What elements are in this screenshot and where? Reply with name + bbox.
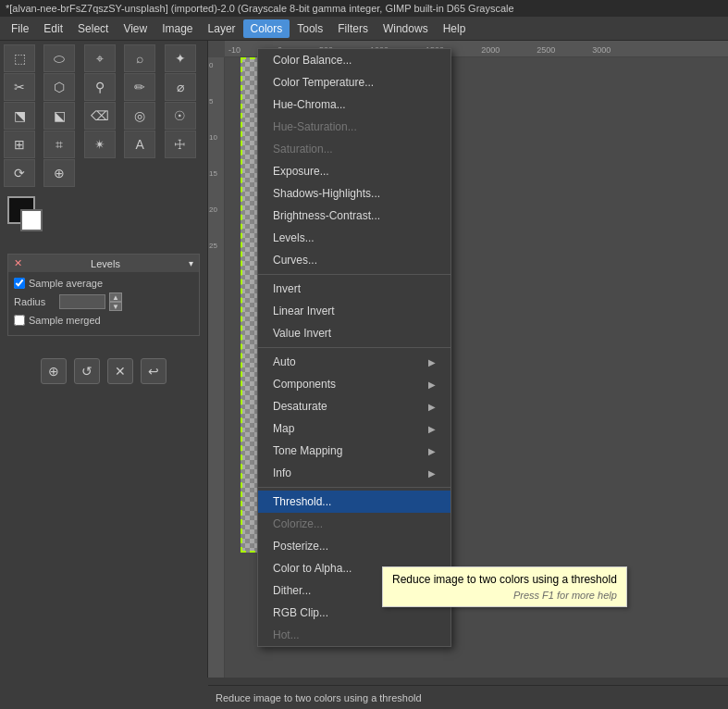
tool-new-button[interactable]: ⊕ [41, 358, 67, 384]
menu-info[interactable]: Info ▶ [258, 462, 450, 484]
menu-edit[interactable]: Edit [36, 19, 70, 38]
menu-desaturate[interactable]: Desaturate ▶ [258, 395, 450, 417]
levels-close-icon[interactable]: ✕ [14, 257, 22, 269]
components-submenu-arrow: ▶ [428, 379, 436, 390]
tool-fuzzy-select[interactable]: ⌕ [124, 44, 155, 72]
menu-linear-invert[interactable]: Linear Invert [258, 300, 450, 322]
levels-arrow-icon[interactable]: ▾ [189, 258, 193, 268]
menu-colors[interactable]: Colors [243, 19, 290, 38]
tool-erase[interactable]: ⌀ [165, 73, 196, 101]
radius-stepper: ▲ ▼ [109, 292, 122, 311]
ruler-h-label-2500: 2500 [537, 45, 555, 55]
tool-select-by-color[interactable]: ✦ [165, 44, 196, 72]
menu-image[interactable]: Image [154, 19, 200, 38]
tool-foreground-select[interactable]: ⬡ [43, 73, 75, 101]
separator-1 [258, 274, 450, 275]
menu-help[interactable]: Help [436, 19, 474, 38]
tool-bottom-buttons: ⊕ ↺ ✕ ↩ [0, 353, 207, 390]
menu-exposure[interactable]: Exposure... [258, 160, 450, 182]
menu-file[interactable]: File [4, 19, 36, 38]
tool-paths[interactable]: ⚲ [84, 73, 116, 101]
tool-color-picker[interactable]: ⊕ [43, 159, 75, 187]
tool-ellipse-select[interactable]: ⬭ [43, 44, 75, 72]
menu-select[interactable]: Select [70, 19, 116, 38]
ruler-h-label-2000: 2000 [481, 45, 500, 55]
tool-text[interactable]: A [124, 131, 155, 158]
menu-hue-chroma[interactable]: Hue-Chroma... [258, 93, 450, 116]
radius-decrement[interactable]: ▼ [109, 302, 122, 311]
tool-measure[interactable]: ☩ [165, 131, 196, 158]
levels-content: Sample average Radius 3 ▲ ▼ Sample merge… [8, 272, 199, 335]
ruler-v-label-10: 10 [209, 133, 224, 142]
sample-merged-row: Sample merged [14, 315, 193, 326]
menu-view[interactable]: View [116, 19, 154, 38]
ruler-h-label-neg10: -10 [228, 45, 241, 55]
menu-value-invert[interactable]: Value Invert [258, 322, 450, 344]
menu-layer[interactable]: Layer [201, 19, 243, 38]
separator-2 [258, 347, 450, 348]
menu-posterize[interactable]: Posterize... [258, 535, 450, 557]
status-bar-text: Reduce image to two colors using a thres… [216, 692, 422, 703]
sample-average-row: Sample average [14, 278, 193, 289]
ruler-v-label-25: 25 [209, 242, 224, 250]
tool-config-button[interactable]: ↩ [141, 358, 167, 384]
tool-bucket[interactable]: ⊞ [4, 131, 35, 158]
tool-dodge-burn[interactable]: ☉ [165, 102, 196, 130]
tool-paint[interactable]: ✏ [124, 73, 155, 101]
radius-input[interactable]: 3 [59, 294, 105, 309]
ruler-v-label-0: 0 [209, 61, 224, 69]
menu-map[interactable]: Map ▶ [258, 417, 450, 440]
menu-color-temperature[interactable]: Color Temperature... [258, 71, 450, 93]
menu-tools[interactable]: Tools [290, 19, 330, 38]
menu-windows[interactable]: Windows [376, 19, 436, 38]
tool-free-select[interactable]: ⌖ [84, 44, 116, 72]
tool-heal[interactable]: ⬕ [43, 102, 75, 130]
menu-shadows-highlights[interactable]: Shadows-Highlights... [258, 182, 450, 205]
radius-row: Radius 3 ▲ ▼ [14, 292, 193, 311]
sample-average-checkbox[interactable] [14, 278, 25, 289]
background-color[interactable] [20, 209, 43, 231]
map-submenu-arrow: ▶ [428, 424, 436, 434]
colors-dropdown-menu: Color Balance... Color Temperature... Hu… [257, 48, 451, 647]
menu-tone-mapping[interactable]: Tone Mapping ▶ [258, 440, 450, 462]
tool-blur[interactable]: ◎ [124, 102, 155, 130]
menu-bar: File Edit Select View Image Layer Colors… [0, 17, 728, 41]
levels-title: Levels [91, 258, 120, 269]
menu-auto[interactable]: Auto ▶ [258, 351, 450, 373]
tool-gradient[interactable]: ⌗ [43, 131, 75, 158]
tool-clone[interactable]: ⬔ [4, 102, 35, 130]
sample-merged-label: Sample merged [29, 315, 101, 326]
menu-colorize: Colorize... [258, 513, 450, 535]
menu-saturation: Saturation... [258, 138, 450, 160]
tone-mapping-submenu-arrow: ▶ [428, 446, 436, 456]
radius-increment[interactable]: ▲ [109, 292, 122, 302]
menu-color-balance[interactable]: Color Balance... [258, 49, 450, 71]
menu-invert[interactable]: Invert [258, 278, 450, 300]
tool-transform[interactable]: ✴ [84, 131, 116, 158]
tool-zoom[interactable]: ⟳ [4, 159, 35, 187]
tool-perspective-clone[interactable]: ⌫ [84, 102, 116, 130]
separator-3 [258, 487, 450, 488]
title-bar: *[alvan-nee-brFsZ7qszSY-unsplash] (impor… [0, 0, 728, 17]
menu-hot: Hot... [258, 624, 450, 646]
menu-threshold[interactable]: Threshold... [258, 491, 450, 513]
ruler-vertical: 0 5 10 15 20 25 [208, 57, 225, 678]
ruler-v-label-5: 5 [209, 97, 224, 106]
menu-filters[interactable]: Filters [330, 19, 376, 38]
tool-refresh-button[interactable]: ↺ [74, 358, 100, 384]
tool-scissors[interactable]: ✂ [4, 73, 35, 101]
levels-title-bar: ✕ Levels ▾ [8, 255, 199, 272]
swatch-container [7, 196, 52, 241]
status-bar: Reduce image to two colors using a thres… [208, 685, 728, 709]
sample-merged-checkbox[interactable] [14, 315, 25, 326]
tool-delete-button[interactable]: ✕ [107, 358, 133, 384]
sample-average-label: Sample average [29, 278, 103, 289]
ruler-v-label-20: 20 [209, 205, 224, 214]
tooltip: Reduce image to two colors using a thres… [382, 566, 627, 607]
menu-levels[interactable]: Levels... [258, 227, 450, 249]
menu-curves[interactable]: Curves... [258, 249, 450, 271]
tool-rect-select[interactable]: ⬚ [4, 44, 35, 72]
menu-components[interactable]: Components ▶ [258, 373, 450, 395]
ruler-v-label-15: 15 [209, 169, 224, 178]
menu-brightness-contrast[interactable]: Brightness-Contrast... [258, 205, 450, 227]
